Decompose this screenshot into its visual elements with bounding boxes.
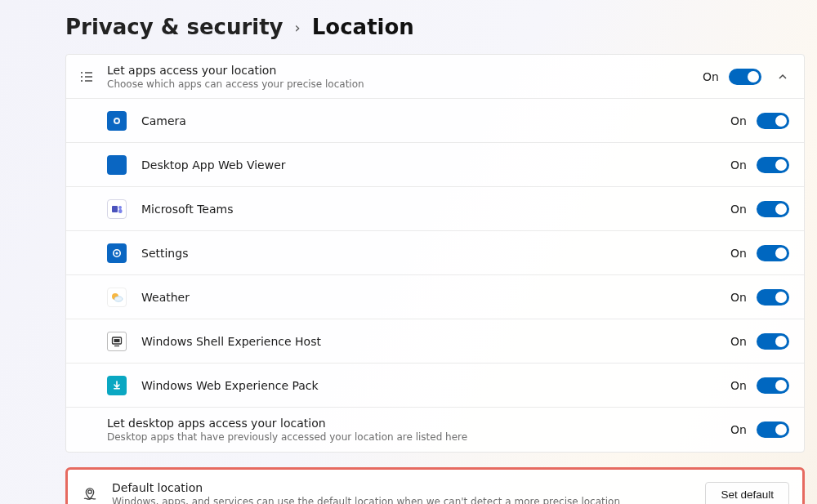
desktop-title: Let desktop apps access your location: [107, 417, 730, 430]
desktop-state-label: On: [730, 423, 747, 436]
app-row-windows-web-experience-pack: Windows Web Experience Pack On: [66, 364, 804, 408]
app-row-weather: Weather On: [66, 275, 804, 319]
windows-web-experience-icon: [107, 376, 127, 395]
breadcrumb-current: Location: [312, 15, 414, 39]
chevron-right-icon: ›: [295, 19, 301, 36]
camera-app-icon: [107, 111, 127, 131]
master-subtitle: Choose which apps can access your precis…: [107, 78, 703, 90]
windows-shell-icon: [107, 332, 127, 351]
app-name: Settings: [141, 247, 730, 260]
app-toggle-camera[interactable]: [757, 113, 789, 129]
default-location-card: Default location Windows, apps, and serv…: [65, 467, 805, 504]
chevron-up-icon[interactable]: [776, 70, 789, 83]
app-row-camera: Camera On: [66, 99, 804, 143]
default-location-subtitle: Windows, apps, and services can use the …: [112, 496, 705, 504]
breadcrumb-parent[interactable]: Privacy & security: [65, 15, 283, 39]
let-desktop-apps-row[interactable]: Let desktop apps access your location De…: [66, 408, 804, 452]
svg-rect-10: [118, 209, 123, 213]
set-default-button[interactable]: Set default: [705, 482, 789, 505]
svg-rect-8: [112, 206, 118, 212]
desktop-toggle[interactable]: [757, 421, 789, 438]
microsoft-teams-icon: [107, 199, 127, 219]
app-toggle-windows-shell[interactable]: [757, 333, 789, 350]
svg-point-0: [81, 72, 83, 74]
svg-point-19: [88, 490, 92, 493]
settings-app-icon: [107, 243, 127, 263]
app-name: Windows Web Experience Pack: [141, 379, 730, 392]
weather-app-icon: [107, 288, 127, 307]
app-name: Windows Shell Experience Host: [141, 335, 730, 348]
master-toggle[interactable]: [729, 69, 761, 85]
svg-rect-16: [114, 339, 120, 342]
app-toggle-windows-web[interactable]: [757, 377, 789, 394]
app-state-label: On: [730, 247, 747, 260]
app-state-label: On: [730, 114, 747, 127]
desktop-app-web-viewer-icon: [107, 155, 127, 175]
app-state-label: On: [730, 379, 747, 392]
app-row-windows-shell-experience-host: Windows Shell Experience Host On: [66, 319, 804, 364]
svg-point-9: [118, 206, 122, 209]
app-row-settings: Settings On: [66, 231, 804, 275]
breadcrumb: Privacy & security › Location: [65, 15, 805, 39]
app-name: Weather: [141, 291, 730, 304]
app-name: Desktop App Web Viewer: [141, 158, 730, 172]
app-state-label: On: [730, 335, 747, 348]
app-row-microsoft-teams: Microsoft Teams On: [66, 187, 804, 231]
svg-rect-18: [114, 388, 120, 390]
svg-point-14: [114, 296, 123, 301]
app-name: Camera: [141, 114, 730, 127]
app-toggle-desktop-app-web-viewer[interactable]: [757, 157, 789, 173]
master-state-label: On: [703, 70, 719, 83]
app-state-label: On: [730, 158, 747, 172]
app-toggle-microsoft-teams[interactable]: [757, 201, 789, 217]
map-pin-icon: [81, 485, 99, 503]
let-apps-access-row[interactable]: Let apps access your location Choose whi…: [66, 55, 804, 99]
svg-point-12: [115, 252, 118, 254]
app-toggle-settings[interactable]: [757, 245, 789, 261]
app-state-label: On: [730, 203, 747, 216]
app-toggle-weather[interactable]: [757, 289, 789, 306]
app-state-label: On: [730, 291, 747, 304]
default-location-title: Default location: [112, 481, 705, 494]
location-apps-card: Let apps access your location Choose whi…: [65, 54, 805, 453]
desktop-subtitle: Desktop apps that have previously access…: [107, 431, 730, 443]
app-row-desktop-app-web-viewer: Desktop App Web Viewer On: [66, 143, 804, 187]
svg-point-2: [81, 76, 83, 78]
list-permissions-icon: [78, 68, 96, 86]
svg-point-7: [115, 119, 118, 123]
app-name: Microsoft Teams: [141, 203, 730, 216]
svg-point-4: [81, 80, 83, 82]
master-title: Let apps access your location: [107, 64, 703, 77]
